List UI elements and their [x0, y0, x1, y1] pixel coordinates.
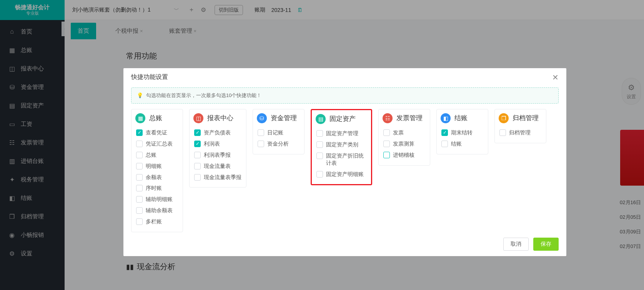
- checkbox[interactable]: [383, 141, 390, 147]
- option-label: 发票测算: [393, 140, 414, 148]
- group-title: 固定资产: [329, 114, 356, 123]
- option-label: 余额表: [146, 174, 162, 181]
- option-label: 利润表季报: [204, 151, 231, 159]
- checkbox[interactable]: [258, 129, 264, 136]
- group-icon: ⛁: [257, 113, 267, 123]
- option-label: 多栏账: [146, 218, 162, 225]
- cancel-button[interactable]: 取消: [503, 238, 529, 251]
- option-row[interactable]: 现金流量表: [193, 161, 242, 172]
- option-label: 结账: [451, 140, 462, 148]
- option-label: 归档管理: [509, 129, 531, 136]
- checkbox[interactable]: [194, 152, 201, 158]
- checkbox[interactable]: [136, 196, 143, 203]
- checkbox[interactable]: [316, 153, 323, 159]
- modal-footer: 取消 保存: [123, 232, 566, 256]
- option-row[interactable]: 利润表季报: [193, 149, 242, 161]
- checkbox[interactable]: [136, 163, 143, 169]
- group-header: ◧ 结账: [441, 113, 484, 123]
- option-row[interactable]: 辅助余额表: [135, 205, 179, 216]
- option-label: 期末结转: [451, 129, 473, 136]
- option-row[interactable]: ✓ 资产负债表: [193, 127, 242, 138]
- option-label: 辅助明细账: [146, 196, 173, 203]
- option-row[interactable]: 凭证汇总表: [135, 138, 179, 149]
- option-label: 现金流量表: [204, 163, 231, 170]
- checkbox[interactable]: [136, 152, 143, 158]
- option-label: 固定资产类别: [326, 141, 358, 148]
- option-row[interactable]: ✓ 期末结转: [441, 127, 484, 138]
- modal-group: ◧ 结账 ✓ 期末结转 结账: [436, 109, 488, 154]
- group-icon: ▤: [316, 114, 326, 124]
- group-header: ⛁ 资金管理: [257, 113, 300, 123]
- checkbox[interactable]: [383, 129, 390, 136]
- checkbox[interactable]: [316, 171, 323, 178]
- option-row[interactable]: 现金流量表季报: [193, 172, 242, 183]
- checkbox[interactable]: [136, 141, 143, 147]
- option-row[interactable]: 辅助明细账: [135, 194, 179, 205]
- option-label: 资产负债表: [204, 129, 231, 136]
- option-row[interactable]: 明细账: [135, 161, 179, 172]
- option-label: 明细账: [146, 163, 162, 170]
- checkbox[interactable]: [258, 141, 264, 147]
- modal-group: ▤ 固定资产 固定资产管理 固定资产类别 固定资产折旧统计表 固定资产明细账: [311, 109, 372, 185]
- option-row[interactable]: 结账: [441, 138, 484, 149]
- group-title: 资金管理: [271, 114, 297, 122]
- option-row[interactable]: 资金分析: [257, 138, 300, 149]
- close-icon[interactable]: ✕: [552, 73, 559, 82]
- option-label: 凭证汇总表: [146, 140, 173, 148]
- option-row[interactable]: 发票: [383, 127, 426, 138]
- option-row[interactable]: 归档管理: [499, 127, 542, 138]
- checkbox[interactable]: [136, 174, 143, 181]
- checkbox[interactable]: [316, 130, 323, 137]
- option-label: 资金分析: [267, 140, 289, 148]
- option-label: 利润表: [204, 140, 220, 148]
- modal-group: ◫ 报表中心 ✓ 资产负债表 ✓ 利润表 利润表季报 现金流量表 现金流量表季报: [189, 109, 246, 188]
- checkbox[interactable]: [316, 141, 323, 148]
- option-label: 固定资产折旧统计表: [326, 152, 366, 167]
- checkbox[interactable]: ✓: [136, 129, 143, 136]
- checkbox[interactable]: [441, 141, 448, 147]
- save-button[interactable]: 保存: [533, 238, 559, 251]
- checkbox[interactable]: [136, 207, 143, 214]
- option-row[interactable]: 固定资产折旧统计表: [316, 150, 367, 169]
- option-row[interactable]: 固定资产类别: [316, 139, 367, 150]
- option-row[interactable]: 进销稽核: [383, 149, 426, 161]
- option-row[interactable]: 日记账: [257, 127, 300, 138]
- group-header: ▤ 固定资产: [316, 114, 367, 124]
- option-row[interactable]: 余额表: [135, 172, 179, 183]
- checkbox[interactable]: [383, 152, 390, 158]
- modal-group: ☷ 发票管理 发票 发票测算 进销稽核: [378, 109, 430, 166]
- option-row[interactable]: 多栏账: [135, 216, 179, 227]
- option-label: 固定资产明细账: [326, 171, 364, 178]
- option-row[interactable]: 序时账: [135, 183, 179, 194]
- checkbox[interactable]: [499, 129, 506, 136]
- modal-group: ▦ 总账 ✓ 查看凭证 凭证汇总表 总账 明细账 余额表 序时账 辅助明细账 辅…: [131, 109, 183, 232]
- checkbox[interactable]: ✓: [194, 141, 201, 147]
- group-icon: ❒: [499, 113, 509, 123]
- option-row[interactable]: 发票测算: [383, 138, 426, 149]
- modal-groups: ▦ 总账 ✓ 查看凭证 凭证汇总表 总账 明细账 余额表 序时账 辅助明细账 辅…: [123, 109, 566, 232]
- group-header: ☷ 发票管理: [383, 113, 426, 123]
- bulb-icon: 💡: [137, 92, 143, 98]
- checkbox[interactable]: [194, 163, 201, 169]
- checkbox[interactable]: ✓: [441, 129, 448, 136]
- option-label: 现金流量表季报: [204, 174, 241, 181]
- option-label: 进销稽核: [393, 151, 414, 159]
- quick-function-modal: 快捷功能设置 ✕ 💡 勾选功能在首页显示，一次最多勾选10个快捷功能！ ▦ 总账…: [123, 68, 566, 256]
- group-icon: ☷: [383, 113, 393, 123]
- option-row[interactable]: 固定资产管理: [316, 128, 367, 139]
- option-label: 日记账: [267, 129, 283, 136]
- option-row[interactable]: 固定资产明细账: [316, 169, 367, 180]
- checkbox[interactable]: ✓: [194, 129, 201, 136]
- checkbox[interactable]: [194, 174, 201, 181]
- modal-group: ⛁ 资金管理 日记账 资金分析: [253, 109, 305, 154]
- option-row[interactable]: ✓ 利润表: [193, 138, 242, 149]
- modal-tip: 💡 勾选功能在首页显示，一次最多勾选10个快捷功能！: [131, 87, 559, 104]
- checkbox[interactable]: [136, 218, 143, 225]
- group-header: ◫ 报表中心: [193, 113, 242, 123]
- group-header: ❒ 归档管理: [499, 113, 542, 123]
- group-header: ▦ 总账: [135, 113, 179, 123]
- modal-tip-text: 勾选功能在首页显示，一次最多勾选10个快捷功能！: [146, 92, 261, 99]
- option-row[interactable]: ✓ 查看凭证: [135, 127, 179, 138]
- checkbox[interactable]: [136, 185, 143, 191]
- option-row[interactable]: 总账: [135, 149, 179, 161]
